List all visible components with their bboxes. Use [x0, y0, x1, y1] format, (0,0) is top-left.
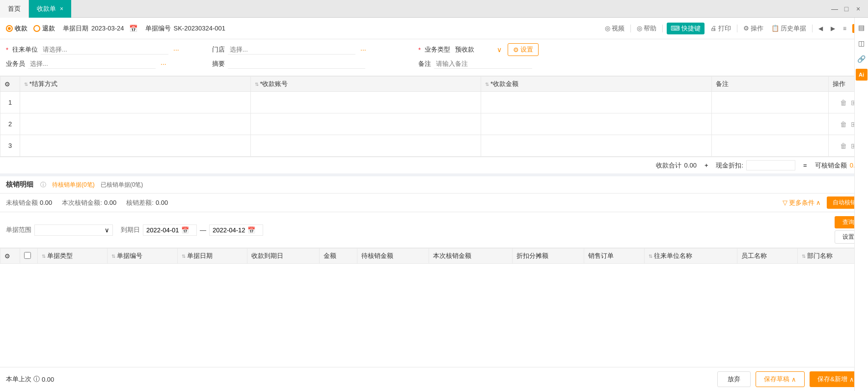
history-btn[interactable]: 📋 历史单据: [769, 23, 808, 34]
cell-settlement-2[interactable]: [20, 113, 251, 135]
cell-remark-1[interactable]: [711, 92, 828, 113]
th-checkbox: [20, 249, 38, 264]
delete-icon-3[interactable]: 🗑: [840, 142, 847, 150]
discard-button[interactable]: 放弃: [717, 371, 751, 387]
staff-field: 业务员 ···: [6, 59, 192, 69]
video-label: 视频: [612, 24, 624, 33]
counterparty-required-star: *: [6, 46, 8, 54]
discount-input[interactable]: [746, 160, 795, 170]
cell-amount-1[interactable]: [481, 92, 712, 113]
help-label: 帮助: [644, 24, 656, 33]
nav-next-btn[interactable]: ▶: [829, 24, 837, 33]
tab-close-icon[interactable]: ×: [60, 5, 63, 12]
operate-btn[interactable]: ⚙ 操作: [741, 23, 765, 34]
maximize-button[interactable]: □: [842, 5, 850, 13]
business-type-star: *: [418, 46, 421, 54]
tab-home[interactable]: 首页: [0, 0, 29, 18]
done-tag[interactable]: 已核销单据(0笔): [101, 181, 143, 189]
summary-label: 摘要: [212, 59, 225, 68]
cell-remark-2[interactable]: [711, 113, 828, 135]
select-all-checkbox[interactable]: [24, 252, 31, 259]
range-select[interactable]: ∨: [34, 224, 113, 236]
business-type-chevron[interactable]: ∨: [497, 46, 502, 54]
cell-remark-3[interactable]: [711, 135, 828, 157]
sidebar-table-icon[interactable]: ▤: [856, 22, 868, 33]
remark-field: 备注: [418, 59, 532, 69]
shortcut-btn[interactable]: ⌨ 快捷键: [667, 23, 705, 34]
settings-area: ⚙ 设置: [508, 43, 539, 56]
cell-amount-2[interactable]: [481, 113, 712, 135]
help-btn[interactable]: ◎ 帮助: [635, 23, 658, 34]
print-btn[interactable]: 🖨 打印: [708, 23, 733, 34]
window-controls: — □ ×: [831, 5, 868, 13]
cell-amount-3[interactable]: [481, 135, 712, 157]
th-settings[interactable]: ⚙: [0, 77, 20, 92]
date-to-value: 2022-04-12: [213, 226, 245, 234]
th-counterparty: ⇅ 往来单位名称: [645, 249, 737, 264]
cell-account-3[interactable]: [250, 135, 481, 157]
current-value: 0.00: [104, 199, 116, 206]
list-view-btn[interactable]: ≡: [841, 24, 848, 33]
remark-input[interactable]: [434, 59, 532, 69]
pending-tag[interactable]: 待核销单据(0笔): [52, 181, 95, 189]
delete-icon-1[interactable]: 🗑: [840, 99, 847, 107]
more-conditions-btn[interactable]: ▽ 更多条件 ∧: [783, 198, 821, 207]
info-icon[interactable]: ⓘ: [33, 375, 40, 384]
shortcut-icon: ⌨: [671, 25, 680, 32]
counterparty-more-icon[interactable]: ···: [173, 46, 179, 54]
row-num-2: 2: [0, 113, 20, 135]
cell-settlement-3[interactable]: [20, 135, 251, 157]
staff-more-icon[interactable]: ···: [161, 60, 166, 68]
cell-account-2[interactable]: [250, 113, 481, 135]
settings-button[interactable]: ⚙ 设置: [508, 43, 539, 56]
staff-input[interactable]: [28, 59, 156, 69]
counterparty-input[interactable]: [41, 45, 168, 55]
date-to-picker[interactable]: 2022-04-12 📅: [209, 224, 263, 236]
shortcut-label: 快捷键: [681, 24, 701, 33]
writeoff-header: 核销明细 ⓘ 待核销单据(0笔) 已核销单据(0笔): [0, 176, 868, 194]
date-from-picker[interactable]: 2022-04-01 📅: [143, 224, 197, 236]
th-amount: ⇅ *收款金额: [481, 77, 712, 92]
row-num-1: 1: [0, 92, 20, 113]
radio-refund[interactable]: 退款: [33, 24, 55, 33]
divider-2: [662, 25, 663, 32]
date-value: 2023-03-24: [91, 25, 124, 32]
table-settings-icon[interactable]: ⚙: [4, 81, 10, 88]
delete-icon-2[interactable]: 🗑: [840, 120, 847, 128]
unverified-value: 0.00: [40, 199, 52, 206]
summary-input[interactable]: [228, 59, 365, 69]
save-new-label: 保存&新增: [817, 375, 847, 384]
store-input[interactable]: [228, 45, 355, 55]
tab-current[interactable]: 收款单 ×: [29, 0, 71, 18]
minimize-button[interactable]: —: [831, 5, 839, 13]
close-button[interactable]: ×: [854, 5, 862, 13]
next-value: 0.00: [42, 376, 54, 383]
calendar-icon[interactable]: 📅: [129, 25, 137, 32]
cell-settlement-1[interactable]: [20, 92, 251, 113]
save-draft-button[interactable]: 保存草稿 ∧: [756, 371, 805, 387]
form-row-2: 业务员 ··· 摘要 备注: [6, 59, 862, 69]
summary-row: 收款合计 0.00 + 现金折扣: = 可核销金额 0.00: [0, 157, 868, 173]
video-btn[interactable]: ◎ 视频: [603, 23, 626, 34]
diff-value: 0.00: [156, 199, 168, 206]
save-new-chevron: ∧: [849, 376, 854, 383]
date-field: 单据日期 2023-03-24 📅: [63, 24, 137, 33]
th-sales-order: 销售订单: [584, 249, 645, 264]
nav-prev-btn[interactable]: ◀: [816, 24, 825, 33]
sidebar-ai-icon[interactable]: Ai: [856, 69, 868, 81]
store-more-icon[interactable]: ···: [360, 46, 366, 54]
date-separator: —: [200, 226, 206, 234]
tab-bar: 首页 收款单 × — □ ×: [0, 0, 868, 18]
sidebar-doc-icon[interactable]: ◫: [856, 37, 868, 49]
writeoff-info-icon[interactable]: ⓘ: [40, 181, 46, 189]
cell-account-1[interactable]: [250, 92, 481, 113]
radio-receipt-dot: [6, 25, 13, 32]
radio-receipt[interactable]: 收款: [6, 24, 27, 33]
bottom-table-wrap: ⚙ ⇅ 单据类型 ⇅ 单据编号: [0, 248, 868, 367]
total-summary: 收款合计 0.00: [656, 161, 697, 170]
table-row: 1 🗑 ⊞: [0, 92, 868, 113]
th-staff: 员工名称: [737, 249, 798, 264]
next-label: 本单上次: [6, 375, 31, 384]
sidebar-link-icon[interactable]: 🔗: [856, 53, 868, 65]
table2-settings-icon[interactable]: ⚙: [4, 252, 10, 260]
